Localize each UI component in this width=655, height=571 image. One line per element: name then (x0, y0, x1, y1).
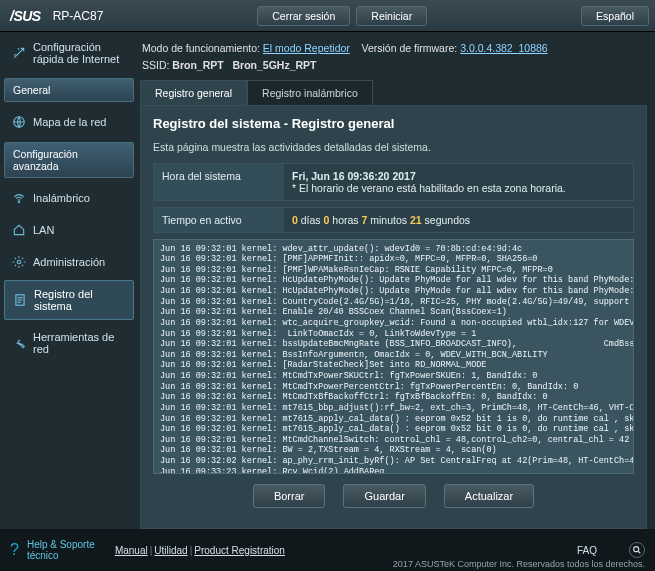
sidebar-admin[interactable]: Administración (4, 248, 134, 276)
help-label: Help & Soporte técnico (27, 539, 107, 561)
sidebar-label: Registro del sistema (34, 288, 125, 312)
sidebar-label: Configuración rápida de Internet (33, 41, 126, 65)
sidebar-label: Inalámbrico (33, 192, 90, 204)
main-area: Modo de funcionamiento: El modo Repetido… (138, 32, 655, 529)
faq-link[interactable]: FAQ (577, 545, 597, 556)
gear-icon (12, 255, 26, 269)
model-label: RP-AC87 (53, 9, 104, 23)
panel: Registro del sistema - Registro general … (140, 105, 647, 529)
tab-general-log[interactable]: Registro general (140, 80, 247, 105)
sidebar-network-map[interactable]: Mapa de la red (4, 108, 134, 136)
globe-icon (12, 115, 26, 129)
mode-label: Modo de funcionamiento: (142, 42, 260, 54)
logout-button[interactable]: Cerrar sesión (257, 6, 350, 26)
document-icon (13, 293, 27, 307)
sidebar-label: Administración (33, 256, 105, 268)
wand-icon (12, 46, 26, 60)
utility-link[interactable]: Utilidad (154, 545, 187, 556)
clear-button[interactable]: Borrar (253, 484, 326, 508)
uptime-value: 0 días 0 horas 7 minutos 21 segundos (284, 208, 633, 232)
tab-bar: Registro general Registro inalámbrico (140, 80, 647, 105)
header-meta: Modo de funcionamiento: El modo Repetido… (140, 36, 647, 80)
help-icon[interactable]: ? (10, 541, 19, 559)
svg-point-1 (18, 202, 19, 203)
sidebar-quick-setup[interactable]: Configuración rápida de Internet (4, 34, 134, 72)
wifi-icon (12, 191, 26, 205)
ssid-2: Bron_5GHz_RPT (232, 59, 316, 71)
search-icon (632, 545, 642, 555)
house-icon (12, 223, 26, 237)
tab-wireless-log[interactable]: Registro inalámbrico (247, 80, 373, 105)
uptime-label: Tiempo en activo (154, 208, 284, 232)
bottom-bar: ? Help & Soporte técnico Manual|Utilidad… (0, 529, 655, 571)
bottom-links: Manual|Utilidad|Product Registration (115, 545, 285, 556)
panel-footer: Borrar Guardar Actualizar (153, 474, 634, 518)
brand-logo: /SUS (6, 8, 45, 24)
time-text: Fri, Jun 16 09:36:20 2017 (292, 170, 416, 182)
sidebar: Configuración rápida de Internet General… (0, 32, 138, 529)
language-dropdown[interactable]: Español (581, 6, 649, 26)
ssid-1: Bron_RPT (172, 59, 223, 71)
ssid-label: SSID: (142, 59, 169, 71)
manual-link[interactable]: Manual (115, 545, 148, 556)
refresh-button[interactable]: Actualizar (444, 484, 534, 508)
sidebar-header-advanced: Configuración avanzada (4, 142, 134, 178)
topbar: /SUS RP-AC87 Cerrar sesión Reiniciar Esp… (0, 0, 655, 32)
sidebar-label: LAN (33, 224, 54, 236)
panel-desc: Esta página muestra las actividades deta… (153, 141, 634, 153)
sidebar-label: Mapa de la red (33, 116, 106, 128)
time-value: Fri, Jun 16 09:36:20 2017 * El horario d… (284, 164, 633, 200)
log-textarea[interactable]: Jun 16 09:32:01 kernel: wdev_attr_update… (153, 239, 634, 474)
sidebar-lan[interactable]: LAN (4, 216, 134, 244)
copyright: 2017 ASUSTeK Computer Inc. Reservados to… (393, 559, 645, 569)
search-button[interactable] (629, 542, 645, 558)
sidebar-label: Herramientas de red (33, 331, 126, 355)
mode-link[interactable]: El modo Repetidor (263, 42, 350, 54)
sidebar-net-tools[interactable]: Herramientas de red (4, 324, 134, 362)
svg-point-4 (634, 547, 639, 552)
save-button[interactable]: Guardar (343, 484, 425, 508)
reboot-button[interactable]: Reiniciar (356, 6, 427, 26)
fw-link[interactable]: 3.0.0.4.382_10886 (460, 42, 548, 54)
svg-point-2 (17, 260, 21, 264)
time-label: Hora del sistema (154, 164, 284, 200)
panel-title: Registro del sistema - Registro general (153, 116, 634, 131)
product-reg-link[interactable]: Product Registration (194, 545, 285, 556)
sidebar-system-log[interactable]: Registro del sistema (4, 280, 134, 320)
sidebar-wireless[interactable]: Inalámbrico (4, 184, 134, 212)
row-system-time: Hora del sistema Fri, Jun 16 09:36:20 20… (153, 163, 634, 201)
sidebar-header-general: General (4, 78, 134, 102)
fw-label: Versión de firmware: (361, 42, 457, 54)
time-note: * El horario de verano está habilitado e… (292, 182, 566, 194)
wrench-icon (12, 336, 26, 350)
row-uptime: Tiempo en activo 0 días 0 horas 7 minuto… (153, 207, 634, 233)
